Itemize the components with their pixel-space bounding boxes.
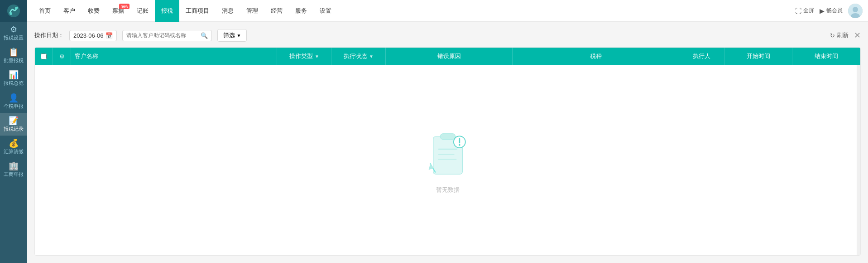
topnav-item-kehu[interactable]: 客户 <box>57 0 82 22</box>
empty-state: 暂无数据 <box>421 126 475 194</box>
setting-icon: ⚙ <box>59 53 65 60</box>
chevron-down-icon: ▼ <box>237 33 241 38</box>
baoshui-jilu-icon: 📝 <box>9 117 19 125</box>
huisuan-jiaona-icon: 💰 <box>9 139 19 147</box>
fullscreen-icon: ⛶ <box>795 7 801 15</box>
th-setting[interactable]: ⚙ <box>53 48 71 65</box>
sidebar-item-piliang-baoshui-label: 批量报税 <box>4 58 24 63</box>
table-header: ⚙ 客户名称 操作类型 ▼ 执行状态 ▼ 错误原因 <box>35 48 860 65</box>
th-endtime: 结束时间 <box>792 48 860 65</box>
toolbar-right: ↻ 刷新 ✕ <box>830 31 861 39</box>
svg-rect-7 <box>440 134 455 140</box>
topnav-item-fuwu[interactable]: 服务 <box>289 0 313 22</box>
topnav-item-gongshang-xiangmu[interactable]: 工商项目 <box>179 0 216 22</box>
geshuishenbaoo-icon: 👤 <box>9 94 19 102</box>
fullscreen-label: 全屏 <box>803 7 814 15</box>
select-all-checkbox[interactable] <box>41 54 47 59</box>
th-executor: 执行人 <box>679 48 724 65</box>
toolbar: 操作日期： 2023-06-06 📅 🔍 筛选 ▼ ↻ 刷新 <box>34 29 861 42</box>
th-checkbox[interactable] <box>35 48 53 65</box>
close-btn[interactable]: ✕ <box>854 31 861 39</box>
svg-point-4 <box>853 7 858 12</box>
topnav-item-shouye[interactable]: 首页 <box>33 0 57 22</box>
th-endtime-label: 结束时间 <box>815 52 838 60</box>
sidebar-item-geshuishenbaoo-label: 个税申报 <box>4 103 24 109</box>
filter-btn[interactable]: 筛选 ▼ <box>217 29 247 42</box>
search-input[interactable] <box>126 32 199 39</box>
topnav-item-xiaoxi[interactable]: 消息 <box>216 0 240 22</box>
calendar-icon: 📅 <box>106 32 113 39</box>
member-label: 畅会员 <box>826 7 843 15</box>
filter-label: 筛选 <box>223 31 235 39</box>
sidebar-item-baoshui-shezhi[interactable]: ⚙ 报税设置 <box>0 22 27 44</box>
th-client-label: 客户名称 <box>75 52 98 60</box>
topnav-right: ⛶ 全屏 ▶ 畅会员 <box>795 4 863 18</box>
topnav-item-shoufei[interactable]: 收费 <box>82 0 106 22</box>
gongshang-nianbao-icon: 🏢 <box>9 162 19 170</box>
refresh-label: 刷新 <box>837 31 849 39</box>
topnav-item-guanli[interactable]: 管理 <box>240 0 264 22</box>
member-icon: ▶ <box>820 7 825 15</box>
piliang-baoshui-icon: 📋 <box>9 48 19 56</box>
sidebar-item-baoshui-zonglam[interactable]: 📊 报税总览 <box>0 67 27 90</box>
svg-point-1 <box>10 12 12 15</box>
topnav-item-jizhang[interactable]: 记账 <box>130 0 155 22</box>
topnav-item-shezhi[interactable]: 设置 <box>313 0 338 22</box>
refresh-icon: ↻ <box>830 32 835 39</box>
sidebar-item-baoshui-zonglam-label: 报税总览 <box>4 80 24 86</box>
sidebar-item-huisuan-jiaona[interactable]: 💰 汇算清缴 <box>0 136 27 158</box>
th-optype[interactable]: 操作类型 ▼ <box>277 48 331 65</box>
th-error: 错误原因 <box>386 48 513 65</box>
th-status-label: 执行状态 <box>344 52 367 60</box>
topnav-item-jingying[interactable]: 经营 <box>264 0 289 22</box>
th-optype-label: 操作类型 <box>289 52 313 60</box>
baoshui-zonglam-icon: 📊 <box>9 71 19 79</box>
page-content: 操作日期： 2023-06-06 📅 🔍 筛选 ▼ ↻ 刷新 <box>27 22 868 263</box>
baoshui-shezhi-icon: ⚙ <box>10 25 17 34</box>
sidebar-item-gongshang-nianbao-label: 工商年报 <box>4 171 24 177</box>
th-taxtype: 税种 <box>513 48 679 65</box>
th-status[interactable]: 执行状态 ▼ <box>331 48 386 65</box>
sidebar-logo[interactable] <box>0 0 27 22</box>
member-btn[interactable]: ▶ 畅会员 <box>820 7 843 15</box>
sidebar-item-gongshang-nianbao[interactable]: 🏢 工商年报 <box>0 158 27 181</box>
search-box[interactable]: 🔍 <box>122 30 212 41</box>
svg-point-0 <box>7 5 20 17</box>
fullscreen-btn[interactable]: ⛶ 全屏 <box>795 7 814 15</box>
th-taxtype-label: 税种 <box>590 52 602 60</box>
sidebar: ⚙ 报税设置 📋 批量报税 📊 报税总览 👤 个税申报 📝 报税记录 💰 汇算清… <box>0 0 27 263</box>
main-area: 首页 客户 收费 票据 new 记账 报税 工商项目 消息 <box>27 0 868 263</box>
sidebar-item-piliang-baoshui[interactable]: 📋 批量报税 <box>0 44 27 67</box>
svg-point-13 <box>459 144 460 146</box>
date-input[interactable]: 2023-06-06 📅 <box>69 30 117 41</box>
table-container: ⚙ 客户名称 操作类型 ▼ 执行状态 ▼ 错误原因 <box>34 47 861 256</box>
sidebar-item-baoshui-shezhi-label: 报税设置 <box>4 35 24 41</box>
status-sort-icon: ▼ <box>369 54 374 59</box>
th-client: 客户名称 <box>71 48 277 65</box>
sidebar-item-geshuishenbaoo[interactable]: 👤 个税申报 <box>0 90 27 113</box>
search-icon: 🔍 <box>201 32 208 39</box>
th-starttime-label: 开始时间 <box>747 52 770 60</box>
th-executor-label: 执行人 <box>693 52 710 60</box>
svg-point-2 <box>15 7 18 10</box>
empty-text: 暂无数据 <box>436 186 460 194</box>
topnav-item-piaoju[interactable]: 票据 new <box>106 0 130 22</box>
new-badge: new <box>119 4 129 9</box>
topnav-item-baoshui[interactable]: 报税 <box>155 0 179 22</box>
sidebar-item-baoshui-jilu-label: 报税记录 <box>4 126 24 132</box>
date-label: 操作日期： <box>34 31 64 39</box>
topnav: 首页 客户 收费 票据 new 记账 报税 工商项目 消息 <box>27 0 868 22</box>
scrollbar-track[interactable] <box>857 65 860 255</box>
optype-sort-icon: ▼ <box>315 54 319 59</box>
sidebar-item-huisuan-jiaona-label: 汇算清缴 <box>4 149 24 155</box>
empty-illustration <box>421 126 475 180</box>
sidebar-item-baoshui-jilu[interactable]: 📝 报税记录 <box>0 113 27 136</box>
topnav-items: 首页 客户 收费 票据 new 记账 报税 工商项目 消息 <box>33 0 795 22</box>
content: 操作日期： 2023-06-06 📅 🔍 筛选 ▼ ↻ 刷新 <box>27 22 868 263</box>
th-starttime: 开始时间 <box>724 48 792 65</box>
table-body: 暂无数据 <box>35 65 860 255</box>
refresh-btn[interactable]: ↻ 刷新 <box>830 31 849 39</box>
th-error-label: 错误原因 <box>437 52 461 60</box>
date-value: 2023-06-06 <box>73 32 104 39</box>
avatar[interactable] <box>848 4 863 18</box>
